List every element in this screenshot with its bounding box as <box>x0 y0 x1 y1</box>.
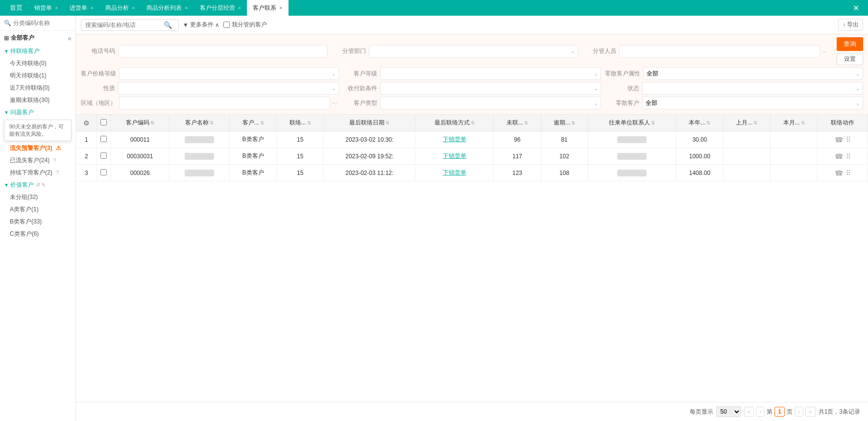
price-grade-dropdown[interactable]: ⌄ <box>119 67 339 80</box>
sidebar-item-tomorrow[interactable]: 明天待联络(1) <box>0 70 75 82</box>
more-dots-manager[interactable]: ··· <box>820 48 829 55</box>
more-conditions-btn[interactable]: ▼ 更多条件 ∧ <box>183 21 219 29</box>
more-dots-region[interactable]: ··· <box>330 99 339 106</box>
nav-tab-sales[interactable]: 销货单 × <box>28 0 64 16</box>
sort-icon7[interactable]: ⇅ <box>524 120 528 125</box>
sort-icon8[interactable]: ⇅ <box>571 120 575 125</box>
filter-field-retail-attr: 零散客户属性 全部 ⌄ <box>605 67 863 80</box>
main-search-input[interactable] <box>85 22 164 28</box>
edit-icon[interactable]: ✎ <box>41 182 46 188</box>
sidebar-item-churned[interactable]: 已流失客户(24) ? <box>0 154 75 167</box>
customer-grade-dropdown[interactable]: ⌄ <box>380 67 601 80</box>
sidebar-item-declining[interactable]: 持续下滑客户(2) ? <box>0 167 75 179</box>
per-page-select[interactable]: 50 100 200 <box>716 406 741 417</box>
filter-row-3: 性质 ⌄ 收付款条件 ⌄ 状态 ⌄ <box>81 82 863 95</box>
sidebar-item-churn-warning[interactable]: 流失预警客户(3) ⚠ <box>0 142 75 154</box>
sort-icon11[interactable]: ⇅ <box>753 120 757 125</box>
row1-more-icon[interactable]: ⠿ <box>846 136 851 144</box>
sort-icon5[interactable]: ⇅ <box>386 120 389 125</box>
row3-last-date: 2023-02-03 11:12: <box>324 165 415 181</box>
sort-icon2[interactable]: ⇅ <box>210 120 214 125</box>
filter-field-customer-grade: 客户等级 ⌄ <box>343 67 601 80</box>
payment-dropdown[interactable]: ⌄ <box>380 82 601 95</box>
sidebar-item-class-a[interactable]: A类客户(1) <box>0 203 75 216</box>
dept-dropdown[interactable]: ⌄ <box>369 45 579 58</box>
select-all-checkbox[interactable] <box>100 119 107 125</box>
row3-contact-icon[interactable]: ☎ <box>835 169 843 177</box>
row2-last-way-link[interactable]: 下销货单 <box>443 152 466 159</box>
close-tab-customer-contact[interactable]: × <box>279 5 282 11</box>
retail-dropdown[interactable]: 全部 ⌄ <box>642 97 863 109</box>
collapse-sidebar-btn[interactable]: « <box>68 34 72 42</box>
row3-name: ██ <box>169 165 230 181</box>
last-page-button[interactable]: » <box>805 407 816 417</box>
sort-icon9[interactable]: ⇅ <box>651 120 655 125</box>
sort-icon12[interactable]: ⇅ <box>801 120 805 125</box>
col-code: 客户编码 ⇅ <box>111 115 169 131</box>
sidebar-section-problem[interactable]: ▼ 问题客户 <box>0 106 75 119</box>
sidebar-item-7days[interactable]: 近7天待联络(0) <box>0 82 75 94</box>
nav-tab-customer-contact[interactable]: 客户联系 × <box>247 0 288 16</box>
close-tab-customer-layer[interactable]: × <box>238 5 241 11</box>
close-tab-purchase[interactable]: × <box>90 5 93 11</box>
row3-code: 000026 <box>111 165 169 181</box>
close-tab-analysis[interactable]: × <box>132 5 135 11</box>
sidebar-section-pending[interactable]: ▼ 待联络客户 <box>0 45 75 57</box>
row2-more-icon[interactable]: ⠿ <box>846 152 851 160</box>
status-dropdown[interactable]: ⌄ <box>642 82 863 95</box>
retail-attr-dropdown[interactable]: 全部 ⌄ <box>643 67 863 80</box>
advanced-filter-panel: 电话号码 分管部门 ⌄ 分管人员 ··· 查询 设置 <box>76 34 868 115</box>
row1-action: ☎ ⠿ <box>818 131 868 148</box>
row1-last-way-link[interactable]: 下销货单 <box>443 136 466 143</box>
row2-contact-icon[interactable]: ☎ <box>835 152 843 160</box>
sidebar-item-class-c[interactable]: C类客户(6) <box>0 228 75 240</box>
nature-dropdown[interactable]: ⌄ <box>118 82 339 95</box>
my-customers-check[interactable] <box>223 22 230 28</box>
chevron-down-icon9: ⌄ <box>856 100 860 106</box>
sort-icon10[interactable]: ⇅ <box>706 120 710 125</box>
filter-row-4: 区域（地区） ··· 客户类型 ⌄ 零散客户 全部 ⌄ <box>81 97 863 109</box>
sort-icon6[interactable]: ⇅ <box>471 120 475 125</box>
sidebar-all-customers[interactable]: ⊞ 全部客户 « <box>0 31 75 45</box>
nav-home[interactable]: 首页 <box>4 0 28 16</box>
sidebar-item-class-b[interactable]: B类客户(33) <box>0 216 75 228</box>
row3-num: 3 <box>76 165 97 181</box>
customer-type-dropdown[interactable]: ⌄ <box>380 97 601 109</box>
close-tab-analysis-list[interactable]: × <box>185 5 188 11</box>
sidebar-section-value[interactable]: ▼ 价值客户 ↺ ✎ <box>0 179 75 191</box>
close-tab-sales[interactable]: × <box>55 5 58 11</box>
main-search-icon[interactable]: 🔍 <box>164 21 172 29</box>
my-customers-checkbox[interactable]: 我分管的客户 <box>223 21 267 29</box>
row3-last-way-link[interactable]: 下销货单 <box>443 169 466 176</box>
gear-button[interactable]: ⚙ <box>83 119 90 127</box>
row1-contact-icon[interactable]: ☎ <box>835 136 843 144</box>
sidebar-item-overdue[interactable]: 逾期未联络(30) <box>0 94 75 106</box>
region-input[interactable] <box>119 97 330 109</box>
sidebar-search-input[interactable] <box>13 20 76 26</box>
manager-input[interactable] <box>619 45 820 58</box>
sort-icon4[interactable]: ⇅ <box>307 120 311 125</box>
settings-button[interactable]: 设置 <box>837 53 863 65</box>
sort-icon3[interactable]: ⇅ <box>260 120 264 125</box>
row1-checkbox[interactable] <box>100 136 107 142</box>
sidebar-item-today[interactable]: 今天待联络(0) <box>0 57 75 70</box>
phone-input[interactable] <box>118 45 328 58</box>
row3-action: ☎ ⠿ <box>818 165 868 181</box>
export-button[interactable]: ↑ 导出 <box>838 19 863 31</box>
sidebar-item-unclassified[interactable]: 未分组(32) <box>0 191 75 203</box>
row2-checkbox[interactable] <box>100 152 107 159</box>
prev-page-button[interactable]: ‹ <box>756 407 765 417</box>
row3-more-icon[interactable]: ⠿ <box>846 169 851 177</box>
query-button[interactable]: 查询 <box>837 37 863 51</box>
filter-field-payment: 收付款条件 ⌄ <box>343 82 601 95</box>
row3-checkbox[interactable] <box>100 169 107 175</box>
nav-tab-customer-layer[interactable]: 客户分层经营 × <box>194 0 247 16</box>
nav-tab-analysis[interactable]: 商品分析 × <box>99 0 141 16</box>
sort-icon[interactable]: ⇅ <box>150 120 154 125</box>
nav-tab-analysis-list[interactable]: 商品分析列表 × <box>141 0 193 16</box>
refresh-icon[interactable]: ↺ <box>36 182 40 188</box>
next-page-button[interactable]: › <box>795 407 803 417</box>
first-page-button[interactable]: « <box>744 407 754 417</box>
window-close-button[interactable]: ✕ <box>848 3 864 13</box>
nav-tab-purchase[interactable]: 进货单 × <box>64 0 99 16</box>
